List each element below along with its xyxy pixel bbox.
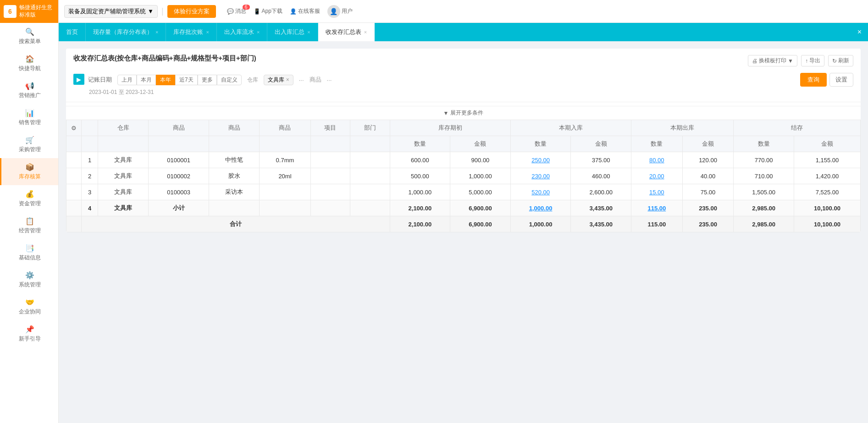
sidebar-item-quick[interactable]: 🏠 快捷导航 xyxy=(0,50,58,77)
date-btn-this-month[interactable]: 本月 xyxy=(137,75,156,85)
th-period-in: 本期入库 xyxy=(510,120,631,136)
guide-icon: 📌 xyxy=(25,325,34,334)
system-selector[interactable]: 装备及固定资产辅助管理系统 ▼ xyxy=(64,5,158,18)
tab-close-rec-send[interactable]: × xyxy=(364,29,367,35)
sidebar: 6 畅捷通好生意 标准版 🔍 搜索菜单 🏠 快捷导航 📢 营销推广 📊 销售管理… xyxy=(0,0,59,423)
message-icon-btn[interactable]: 💬 消息 6 xyxy=(227,7,246,15)
row1-dept xyxy=(350,152,390,168)
date-btn-custom[interactable]: 自定义 xyxy=(217,75,242,85)
subtotal-opening-amt: 6,900.00 xyxy=(450,200,511,216)
subtotal-out-qty[interactable]: 115.00 xyxy=(631,200,682,216)
tab-close-inout-summary[interactable]: × xyxy=(307,29,310,35)
row1-close-amt: 1,155.00 xyxy=(794,152,860,168)
row1-out-qty[interactable]: 80.00 xyxy=(631,152,682,168)
sidebar-item-guide[interactable]: 📌 新手引导 xyxy=(0,320,58,347)
user-avatar: 👤 xyxy=(327,5,340,18)
sidebar-item-operations[interactable]: 📋 经营管理 xyxy=(0,212,58,239)
date-btn-this-year[interactable]: 本年 xyxy=(156,75,175,85)
row1-project xyxy=(310,152,350,168)
sidebar-item-purchase[interactable]: 🛒 采购管理 xyxy=(0,131,58,158)
tab-rec-send-summary[interactable]: 收发存汇总表 × xyxy=(318,23,375,41)
page-title: 收发存汇总表(按仓库+商品编码+商品+规格型号+项目+部门) xyxy=(73,54,256,63)
row2-opening-qty: 500.00 xyxy=(390,168,450,184)
query-btn[interactable]: 查询 xyxy=(800,73,827,87)
th-close-qty: 数量 xyxy=(734,136,794,152)
th-empty-dept xyxy=(350,136,390,152)
sidebar-item-enterprise[interactable]: 🤝 企业协同 xyxy=(0,293,58,320)
logo-icon: 6 xyxy=(4,5,17,18)
app-download-btn[interactable]: 📱 App下载 xyxy=(254,7,282,15)
refresh-btn[interactable]: ↻ 刷新 xyxy=(828,55,853,66)
expand-more-icon: ▼ xyxy=(443,110,449,116)
tab-close-inventory-dist[interactable]: × xyxy=(155,29,158,35)
tabbar-close-all[interactable]: × xyxy=(851,28,868,36)
sidebar-item-finance[interactable]: 💰 资金管理 xyxy=(0,185,58,212)
warehouse-tag-remove[interactable]: × xyxy=(286,77,289,83)
expand-more-row[interactable]: ▼ 展开更多条件 xyxy=(66,106,861,120)
row2-in-qty[interactable]: 230.00 xyxy=(510,168,571,184)
finance-icon: 💰 xyxy=(25,190,34,198)
row1-seq: 1 xyxy=(82,152,98,168)
th-goods-name: 商品 xyxy=(209,120,259,136)
th-period-out: 本期出库 xyxy=(631,120,733,136)
goods-filter-dots[interactable]: ··· xyxy=(327,77,332,83)
th-opening-qty: 数量 xyxy=(390,136,450,152)
th-in-amt: 金额 xyxy=(571,136,631,152)
system-icon: ⚙️ xyxy=(25,271,34,280)
th-empty-warehouse xyxy=(98,136,149,152)
export-btn[interactable]: ↑ 导出 xyxy=(801,55,824,66)
row3-spec xyxy=(260,184,311,200)
tab-close-inout-flow[interactable]: × xyxy=(257,29,260,35)
goods-label: 商品 xyxy=(310,76,321,84)
th-warehouse: 仓库 xyxy=(98,120,149,136)
row3-settings xyxy=(66,184,82,200)
th-settings[interactable]: ⚙ xyxy=(66,120,82,136)
row2-code: 0100002 xyxy=(149,168,209,184)
app-logo: 6 畅捷通好生意 标准版 xyxy=(0,0,58,23)
user-avatar-btn[interactable]: 👤 用户 xyxy=(327,5,353,18)
sidebar-item-search[interactable]: 🔍 搜索菜单 xyxy=(0,23,58,50)
row1-in-qty[interactable]: 250.00 xyxy=(510,152,571,168)
topbar: 装备及固定资产辅助管理系统 ▼ | 体验行业方案 💬 消息 6 📱 App下载 … xyxy=(59,0,868,23)
sidebar-item-sales[interactable]: 📊 销售管理 xyxy=(0,104,58,131)
sidebar-item-system[interactable]: ⚙️ 系统管理 xyxy=(0,266,58,293)
subtotal-warehouse: 文具库 xyxy=(98,200,149,216)
data-table: ⚙ 仓库 商品 商品 商品 项目 部门 库存期初 本期入库 本期出库 结存 xyxy=(66,120,861,232)
tab-inout-flow[interactable]: 出入库流水 × xyxy=(217,23,267,41)
subtotal-seq: 4 xyxy=(82,200,98,216)
row3-in-qty[interactable]: 520.00 xyxy=(510,184,571,200)
row3-opening-qty: 1,000.00 xyxy=(390,184,450,200)
row2-close-qty: 710.00 xyxy=(734,168,794,184)
sidebar-item-basic[interactable]: 📑 基础信息 xyxy=(0,239,58,266)
th-opening-amt: 金额 xyxy=(450,136,511,152)
filter-expand-arrow[interactable]: ▶ xyxy=(73,74,84,85)
sidebar-item-marketing[interactable]: 📢 营销推广 xyxy=(0,77,58,104)
experience-btn[interactable]: 体验行业方案 xyxy=(167,5,216,18)
tab-close-batch[interactable]: × xyxy=(206,29,209,35)
date-btn-more[interactable]: 更多 xyxy=(198,75,217,85)
tab-batch[interactable]: 库存批次账 × xyxy=(166,23,216,41)
subtotal-in-qty[interactable]: 1,000.00 xyxy=(510,200,571,216)
tab-inout-summary[interactable]: 出入库汇总 × xyxy=(267,23,318,41)
row2-out-qty[interactable]: 20.00 xyxy=(631,168,682,184)
online-service-btn[interactable]: 👤 在线客服 xyxy=(290,7,320,15)
row3-dept xyxy=(350,184,390,200)
table-row: 2 文具库 0100002 胶水 20ml 500.00 1,000.00 23… xyxy=(66,168,861,184)
tab-home[interactable]: 首页 xyxy=(59,23,86,41)
more-filter-dots[interactable]: ··· xyxy=(299,77,304,83)
total-opening-amt: 6,900.00 xyxy=(450,216,511,232)
subtotal-in-amt: 3,435.00 xyxy=(571,200,631,216)
sidebar-item-inventory[interactable]: 📦 库存核算 xyxy=(0,158,58,185)
total-out-qty: 115.00 xyxy=(631,216,682,232)
warehouse-label: 仓库 xyxy=(247,76,258,84)
row3-out-qty[interactable]: 15.00 xyxy=(631,184,682,200)
row1-in-amt: 375.00 xyxy=(571,152,631,168)
settings-btn[interactable]: 设置 xyxy=(829,73,853,87)
date-btn-7days[interactable]: 近7天 xyxy=(175,75,198,85)
date-btn-last-month[interactable]: 上月 xyxy=(117,75,137,85)
row1-name: 中性笔 xyxy=(209,152,259,168)
tab-inventory-dist[interactable]: 现存量（库存分布表） × xyxy=(86,23,166,41)
print-btn[interactable]: 🖨 换模板打印 ▼ xyxy=(748,55,797,66)
row2-spec: 20ml xyxy=(260,168,311,184)
table-wrapper: ⚙ 仓库 商品 商品 商品 项目 部门 库存期初 本期入库 本期出库 结存 xyxy=(66,120,861,232)
